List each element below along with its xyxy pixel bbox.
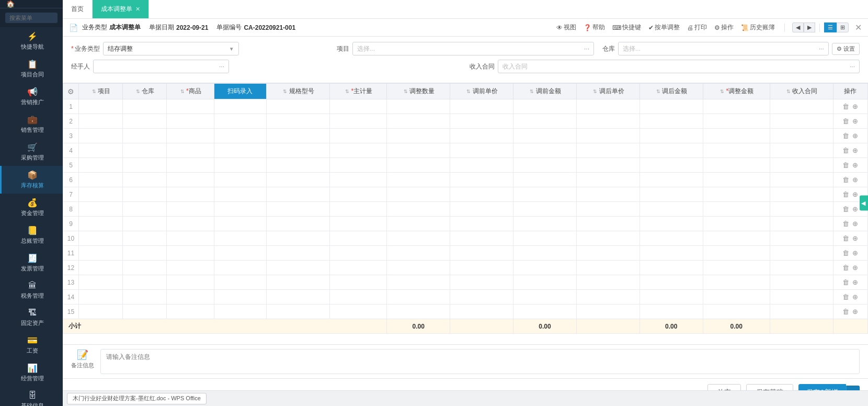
cell-project[interactable] bbox=[79, 114, 123, 129]
cell-unit[interactable] bbox=[329, 246, 387, 261]
list-view-btn[interactable]: ☰ bbox=[824, 22, 837, 32]
help-action[interactable]: ❓ 帮助 bbox=[581, 22, 607, 33]
cell-warehouse[interactable] bbox=[122, 143, 166, 158]
cell-adjust-amount[interactable] bbox=[703, 231, 770, 246]
copy-icon[interactable]: ⊕ bbox=[852, 308, 858, 315]
cell-adjust-qty[interactable] bbox=[387, 246, 450, 261]
cell-before-price[interactable] bbox=[450, 173, 513, 187]
handler-input[interactable]: ··· bbox=[93, 60, 229, 73]
delete-icon[interactable]: 🗑 bbox=[842, 117, 849, 125]
cell-project[interactable] bbox=[79, 99, 123, 114]
history-action[interactable]: 📜 历史账簿 bbox=[739, 22, 777, 33]
cell-adjust-qty[interactable] bbox=[387, 99, 450, 114]
copy-icon[interactable]: ⊕ bbox=[852, 190, 858, 198]
cell-project[interactable] bbox=[79, 217, 123, 231]
cell-scan[interactable] bbox=[214, 246, 266, 261]
cell-warehouse[interactable] bbox=[122, 304, 166, 319]
cell-before-amount[interactable] bbox=[513, 173, 577, 187]
cell-income-contract[interactable] bbox=[770, 217, 833, 231]
cell-adjust-qty[interactable] bbox=[387, 158, 450, 173]
cell-project[interactable] bbox=[79, 231, 123, 246]
cell-project[interactable] bbox=[79, 202, 123, 217]
cell-after-amount[interactable] bbox=[639, 114, 703, 129]
cell-after-amount[interactable] bbox=[639, 187, 703, 202]
cell-before-price[interactable] bbox=[450, 217, 513, 231]
copy-icon[interactable]: ⊕ bbox=[852, 278, 858, 286]
cell-after-price[interactable] bbox=[576, 231, 639, 246]
cell-goods[interactable] bbox=[166, 173, 214, 187]
cell-after-amount[interactable] bbox=[639, 158, 703, 173]
cell-spec[interactable] bbox=[266, 129, 329, 143]
cell-spec[interactable] bbox=[266, 261, 329, 275]
cell-before-amount[interactable] bbox=[513, 187, 577, 202]
tab-close-button[interactable]: ✕ bbox=[135, 6, 140, 13]
settings-button[interactable]: ⚙ 设置 bbox=[832, 43, 860, 55]
cell-unit[interactable] bbox=[329, 304, 387, 319]
notes-icon-area[interactable]: 📝 备注信息 bbox=[71, 349, 94, 369]
cell-unit[interactable] bbox=[329, 290, 387, 304]
cell-before-price[interactable] bbox=[450, 202, 513, 217]
cell-goods[interactable] bbox=[166, 246, 214, 261]
sidebar-item-salary[interactable]: 💳工资 bbox=[0, 331, 63, 359]
split-view-btn[interactable]: ⊞ bbox=[837, 22, 849, 32]
cell-adjust-qty[interactable] bbox=[387, 217, 450, 231]
cell-after-amount[interactable] bbox=[639, 129, 703, 143]
warehouse-input[interactable]: 选择... ··· bbox=[618, 42, 829, 55]
delete-icon[interactable]: 🗑 bbox=[842, 308, 849, 315]
right-edge-tab[interactable]: ◀ bbox=[860, 196, 868, 211]
business-type-input[interactable]: 结存调整 ▼ bbox=[103, 42, 239, 55]
cell-before-amount[interactable] bbox=[513, 261, 577, 275]
cell-after-price[interactable] bbox=[576, 202, 639, 217]
cell-unit[interactable] bbox=[329, 158, 387, 173]
delete-icon[interactable]: 🗑 bbox=[842, 220, 849, 228]
delete-icon[interactable]: 🗑 bbox=[842, 234, 849, 242]
delete-icon[interactable]: 🗑 bbox=[842, 205, 849, 213]
cell-goods[interactable] bbox=[166, 275, 214, 290]
cell-warehouse[interactable] bbox=[122, 217, 166, 231]
cell-scan[interactable] bbox=[214, 143, 266, 158]
print-action[interactable]: 🖨 打印 bbox=[685, 22, 709, 33]
cell-adjust-amount[interactable] bbox=[703, 261, 770, 275]
cell-adjust-qty[interactable] bbox=[387, 261, 450, 275]
cell-adjust-amount[interactable] bbox=[703, 290, 770, 304]
cell-after-price[interactable] bbox=[576, 261, 639, 275]
view-btn-prev[interactable]: ◀ bbox=[792, 22, 804, 32]
cell-unit[interactable] bbox=[329, 202, 387, 217]
cell-warehouse[interactable] bbox=[122, 114, 166, 129]
cell-income-contract[interactable] bbox=[770, 304, 833, 319]
close-window-button[interactable]: ✕ bbox=[855, 22, 862, 32]
cell-scan[interactable] bbox=[214, 173, 266, 187]
delete-icon[interactable]: 🗑 bbox=[842, 161, 849, 169]
cell-project[interactable] bbox=[79, 129, 123, 143]
cell-spec[interactable] bbox=[266, 217, 329, 231]
cell-warehouse[interactable] bbox=[122, 202, 166, 217]
cell-unit[interactable] bbox=[329, 99, 387, 114]
sidebar-item-finance[interactable]: 💰资金管理 bbox=[0, 194, 63, 221]
cell-before-amount[interactable] bbox=[513, 275, 577, 290]
sidebar-item-project[interactable]: 📋项目合同 bbox=[0, 55, 63, 83]
cell-scan[interactable] bbox=[214, 304, 266, 319]
cell-goods[interactable] bbox=[166, 187, 214, 202]
cell-income-contract[interactable] bbox=[770, 129, 833, 143]
view-btn-next[interactable]: ▶ bbox=[804, 22, 815, 32]
cell-after-amount[interactable] bbox=[639, 202, 703, 217]
sidebar-item-assets[interactable]: 🏗固定资产 bbox=[0, 304, 63, 331]
cell-after-price[interactable] bbox=[576, 275, 639, 290]
cell-warehouse[interactable] bbox=[122, 275, 166, 290]
cell-adjust-qty[interactable] bbox=[387, 275, 450, 290]
cell-scan[interactable] bbox=[214, 231, 266, 246]
cell-scan[interactable] bbox=[214, 187, 266, 202]
cell-goods[interactable] bbox=[166, 261, 214, 275]
cell-after-price[interactable] bbox=[576, 217, 639, 231]
cell-after-amount[interactable] bbox=[639, 304, 703, 319]
delete-icon[interactable]: 🗑 bbox=[842, 103, 849, 110]
cell-income-contract[interactable] bbox=[770, 275, 833, 290]
cell-before-price[interactable] bbox=[450, 275, 513, 290]
cell-adjust-amount[interactable] bbox=[703, 99, 770, 114]
cell-adjust-qty[interactable] bbox=[387, 129, 450, 143]
cell-project[interactable] bbox=[79, 158, 123, 173]
cell-adjust-qty[interactable] bbox=[387, 202, 450, 217]
cell-before-amount[interactable] bbox=[513, 202, 577, 217]
cell-spec[interactable] bbox=[266, 246, 329, 261]
taskbar-item[interactable]: 木门行业好业财处理方案-墨红红.doc - WPS Office bbox=[67, 393, 207, 404]
